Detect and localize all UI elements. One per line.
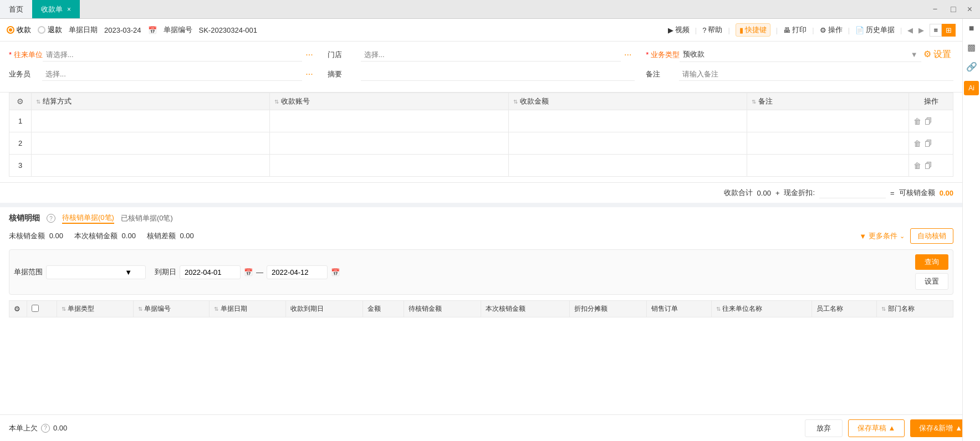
window-close-btn[interactable]: × <box>964 3 976 16</box>
view-grid-btn[interactable]: ⊞ <box>942 24 956 37</box>
tab-current[interactable]: 收款单 × <box>32 0 80 18</box>
filter-date-to[interactable]: 2022-04-12 <box>267 265 328 279</box>
th-partner-name: ⇅ 往来单位名称 <box>712 301 812 317</box>
setting-btn[interactable]: 设置 <box>915 273 948 290</box>
summary-label: 摘要 <box>328 69 361 79</box>
btn-help[interactable]: ? 帮助 <box>702 25 722 35</box>
amount-2[interactable] <box>508 132 747 155</box>
remark-2[interactable] <box>747 132 909 155</box>
window-maximize-btn[interactable]: □ <box>947 3 959 16</box>
nav-right-icon[interactable]: ▶ <box>918 26 924 34</box>
delete-icon-3[interactable]: 🗑 <box>913 161 921 170</box>
stat-diff: 核销差额 0.00 <box>147 231 194 241</box>
sidebar-icon-3[interactable]: 🔗 <box>966 61 977 72</box>
save-new-arrow[interactable]: ▲ <box>955 424 962 432</box>
radio-group: 收款 退款 <box>7 25 62 35</box>
store-more-btn[interactable]: ··· <box>621 50 635 60</box>
partner-more-btn[interactable]: ··· <box>302 50 316 60</box>
date-separator: — <box>256 268 263 276</box>
amount-1[interactable] <box>508 110 747 132</box>
store-field: 门店 ··· <box>328 48 635 61</box>
query-btn[interactable]: 查询 <box>915 254 948 270</box>
filter-row: 单据范围 ▼ 到期日 2022-04-01 📅 — 2022-04-12 📅 查… <box>9 249 953 295</box>
biz-type-settings-btn[interactable]: ⚙ 设置 <box>921 49 953 60</box>
btn-video-label: 视频 <box>675 25 690 35</box>
verify-info-icon[interactable]: ? <box>47 214 55 223</box>
total-value: 0.00 <box>757 189 771 197</box>
settle-method-3[interactable] <box>32 155 270 177</box>
stat-unverified: 未核销金额 0.00 <box>9 231 63 241</box>
btn-action-label: 操作 <box>828 25 843 35</box>
action-1: 🗑 🗍 <box>909 110 953 132</box>
discount-input[interactable] <box>819 187 886 198</box>
btn-shortcut[interactable]: ▮ 快捷键 <box>736 23 770 37</box>
tab-pending[interactable]: 待核销单据(0笔) <box>62 213 114 224</box>
bottom-info-icon[interactable]: ? <box>41 424 50 433</box>
abandon-btn[interactable]: 放弃 <box>805 419 843 437</box>
copy-icon-1[interactable]: 🗍 <box>925 117 932 126</box>
sidebar-icon-2[interactable]: ▩ <box>967 42 976 53</box>
summary-input[interactable] <box>361 68 635 81</box>
window-minimize-btn[interactable]: － <box>927 2 943 16</box>
biz-type-select[interactable]: 预收款 ▼ <box>680 47 921 62</box>
account-num-1[interactable] <box>270 110 508 132</box>
cal-icon-from[interactable]: 📅 <box>244 268 253 276</box>
account-num-2[interactable] <box>270 132 508 155</box>
remark-input[interactable] <box>679 68 953 81</box>
delete-icon-1[interactable]: 🗑 <box>913 117 921 126</box>
btn-action[interactable]: ⚙ 操作 <box>820 25 843 35</box>
settle-method-1[interactable] <box>32 110 270 132</box>
partner-input[interactable] <box>43 48 303 61</box>
account-num-3[interactable] <box>270 155 508 177</box>
staff-more-btn[interactable]: ··· <box>302 69 316 79</box>
th-dept-name: ⇅ 部门名称 <box>877 301 953 317</box>
filter-date-from[interactable]: 2022-04-01 <box>180 265 241 279</box>
partner-field: 往来单位 ··· <box>9 48 317 61</box>
delete-icon-2[interactable]: 🗑 <box>913 139 921 148</box>
staff-input[interactable] <box>42 68 302 81</box>
btn-history[interactable]: 📄 历史单据 <box>855 25 895 35</box>
remark-3[interactable] <box>747 155 909 177</box>
row-num-3: 3 <box>9 155 32 177</box>
nav-left-icon[interactable]: ◀ <box>907 26 913 34</box>
radio-shoukuan[interactable]: 收款 <box>7 25 31 35</box>
verify-title: 核销明细 <box>9 213 40 223</box>
filter-range-arrow: ▼ <box>125 268 132 276</box>
th-settle-method: ⇅ 结算方式 <box>32 93 270 110</box>
print-icon: 🖶 <box>783 26 790 34</box>
amount-3[interactable] <box>508 155 747 177</box>
save-draft-btn[interactable]: 保存草稿 ▲ <box>848 419 905 437</box>
sidebar-icon-4[interactable]: Ai <box>964 81 979 95</box>
bottom-info-label: 本单上欠 <box>9 423 38 433</box>
tab-done[interactable]: 已核销单据(0笔) <box>121 213 173 223</box>
help-icon: ? <box>702 26 706 34</box>
btn-print[interactable]: 🖶 打印 <box>783 25 807 35</box>
tab-home[interactable]: 首页 <box>0 0 32 18</box>
radio-tuikuan[interactable]: 退款 <box>38 25 62 35</box>
remark-1[interactable] <box>747 110 909 132</box>
sidebar-icon-1[interactable]: ■ <box>969 23 974 33</box>
copy-icon-3[interactable]: 🗍 <box>925 161 932 170</box>
verifiable-value: 0.00 <box>940 189 953 197</box>
filter-range-select[interactable]: ▼ <box>46 265 146 279</box>
th-account-num: ⇅ 收款账号 <box>270 93 508 110</box>
filter-range-field: 单据范围 ▼ <box>14 265 146 279</box>
settle-method-2[interactable] <box>32 132 270 155</box>
btn-help-label: 帮助 <box>708 25 722 35</box>
select-all-checkbox[interactable] <box>32 305 39 312</box>
view-list-btn[interactable]: ≡ <box>930 24 942 37</box>
save-draft-label: 保存草稿 <box>858 423 886 433</box>
copy-icon-2[interactable]: 🗍 <box>925 139 932 148</box>
form-area: 往来单位 ··· 门店 ··· 业务类型 预收款 ▼ ⚙ 设置 <box>0 42 962 93</box>
store-input[interactable] <box>361 48 621 61</box>
filter-more-btn[interactable]: ▼ 更多条件 ⌄ <box>859 231 905 241</box>
table-gear-icon[interactable]: ⚙ <box>17 97 24 106</box>
save-draft-arrow[interactable]: ▲ <box>889 424 896 432</box>
tab-close-icon[interactable]: × <box>67 6 71 13</box>
form-row-1: 往来单位 ··· 门店 ··· 业务类型 预收款 ▼ ⚙ 设置 <box>9 47 953 62</box>
calendar-icon[interactable]: 📅 <box>148 26 157 34</box>
gear-icon-grid[interactable]: ⚙ <box>14 305 21 313</box>
cal-icon-to[interactable]: 📅 <box>331 268 340 276</box>
btn-video[interactable]: ▶ 视频 <box>668 25 690 35</box>
auto-verify-btn[interactable]: 自动核销 <box>910 228 953 244</box>
